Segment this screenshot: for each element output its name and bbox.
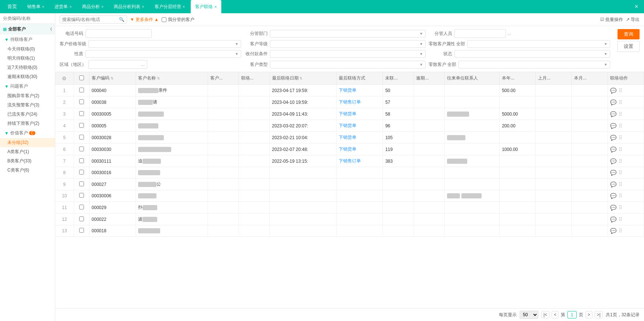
th-overdue[interactable]: 逾期... [414,72,445,85]
apps-icon[interactable]: ⠿ [619,193,622,199]
person-dotdot[interactable]: ... [506,31,513,36]
export-btn[interactable]: ↗ 导出 [626,17,640,23]
row-checkbox[interactable] [79,158,84,163]
customer-type-select[interactable]: ▼ [270,61,426,68]
apps-icon[interactable]: ⠿ [619,205,622,211]
message-icon[interactable]: 💬 [610,193,616,199]
prev-page-btn[interactable]: < [552,311,559,318]
sidebar-item-hoard-abnormal[interactable]: 囤购异常客户(2) [0,91,55,100]
row-checkbox[interactable] [79,123,84,128]
first-page-btn[interactable]: |< [541,311,549,318]
link-last-way[interactable]: 下销售订单 [339,99,361,105]
sidebar-item-overdue[interactable]: 逾期未联络(30) [0,72,55,81]
select-all-checkbox[interactable] [79,75,84,80]
collapse-icon[interactable]: 《 [48,27,52,32]
sidebar-item-class-a[interactable]: A类客户(1) [0,147,55,156]
apps-icon[interactable]: ⠿ [619,147,622,152]
group-title-problem[interactable]: ▼ 问题客户 [0,81,55,91]
status-select[interactable]: ▼ [454,50,610,58]
last-page-btn[interactable]: >| [595,311,603,318]
message-icon[interactable]: 💬 [610,135,616,141]
filter-search-icon[interactable]: 🔍 [119,17,124,22]
message-icon[interactable]: 💬 [610,181,616,187]
th-date[interactable]: 最后联络日期 [270,72,337,85]
message-icon[interactable]: 💬 [610,158,616,164]
message-icon[interactable]: 💬 [610,99,616,105]
message-icon[interactable]: 💬 [610,88,616,94]
message-icon[interactable]: 💬 [610,111,616,117]
sidebar-item-churned[interactable]: 已流失客户(24) [0,110,55,119]
row-checkbox[interactable] [79,135,84,140]
link-last-way[interactable]: 下销货单 [339,88,356,93]
message-icon[interactable]: 💬 [610,123,616,129]
all-customers-header[interactable]: ⊞ 全部客户 《 [0,24,55,35]
row-checkbox[interactable] [79,99,84,104]
message-icon[interactable]: 💬 [610,170,616,176]
current-page-num[interactable]: 1 [567,311,577,318]
sidebar-item-declining[interactable]: 持续下滑客户(2) [0,119,55,128]
nav-tab-jinhuodan[interactable]: 进货单 × [50,0,76,13]
apps-icon[interactable]: ⠿ [619,216,622,222]
sidebar-item-churn-warning[interactable]: 流失预警客户(3) [0,100,55,110]
reset-button[interactable]: 设置 [617,41,640,52]
payment-terms-select[interactable]: ▼ [270,50,426,58]
row-checkbox[interactable] [79,205,84,209]
price-level-select[interactable]: ▼ [88,40,241,48]
customer-level-select[interactable]: ▼ [270,40,426,48]
th-code[interactable]: 客户编码 [89,72,136,85]
close-tab-4-icon[interactable]: × [183,4,185,9]
sidebar-item-tomorrow[interactable]: 明天待联络(1) [0,54,55,63]
row-checkbox[interactable] [79,88,84,92]
th-year-amt[interactable]: 本年... [500,72,536,85]
link-last-way[interactable]: 下销货单 [339,147,356,152]
link-last-way[interactable]: 下销货单 [339,135,356,140]
sidebar-item-today[interactable]: 今天待联络(0) [0,45,55,54]
nav-tab-kehuliangluo[interactable]: 客户联络 × [191,0,221,13]
row-checkbox[interactable] [79,111,84,116]
nav-tab-shangpinfenxiliebiao[interactable]: 商品分析列表 × [109,0,148,13]
group-title-value[interactable]: ▼ 价值客户 C [0,128,55,138]
dept-select[interactable]: ▼ [270,30,426,38]
message-icon[interactable]: 💬 [610,147,616,152]
phone-input[interactable] [85,29,152,38]
close-all-icon[interactable]: × [632,3,641,10]
settings-icon[interactable]: ⚙ [62,75,67,81]
link-last-way[interactable]: 下销货单 [339,123,356,128]
th-this-month[interactable]: 本月... [572,72,608,85]
th-unit-contact[interactable]: 往来单位联系人 [445,72,500,85]
th-type[interactable]: 客户... [208,72,239,85]
region-select[interactable]: ... [88,60,147,69]
th-name[interactable]: 客户名称 [136,72,208,85]
nav-tab-shangpinfenxi[interactable]: 商品分析 × [78,0,108,13]
nav-tab-xiaoshodan[interactable]: 销售单 × [23,0,49,13]
message-icon[interactable]: 💬 [610,228,616,234]
row-checkbox[interactable] [79,181,84,186]
next-page-btn[interactable]: > [585,311,592,318]
link-last-way[interactable]: 下销货单 [339,111,356,116]
row-checkbox[interactable] [79,147,84,151]
row-checkbox[interactable] [79,216,84,221]
apps-icon[interactable]: ⠿ [619,123,622,129]
region-dotdot[interactable]: ... [141,62,145,67]
apps-icon[interactable]: ⠿ [619,111,622,117]
th-unlinked[interactable]: 未联... [383,72,414,85]
filter-search-input[interactable] [62,17,117,22]
link-last-way[interactable]: 下销售订单 [339,158,361,163]
close-tab-5-icon[interactable]: × [214,4,217,9]
apps-icon[interactable]: ⠿ [619,158,622,164]
per-page-select[interactable]: 50 100 200 [520,311,538,319]
sidebar-item-7days[interactable]: 近7天待联络(0) [0,63,55,72]
sidebar-search-input[interactable] [3,16,55,21]
retail-customer-select[interactable]: ▼ [458,61,610,68]
close-tab-0-icon[interactable]: × [42,4,44,9]
apps-icon[interactable]: ⠿ [619,88,622,94]
group-title-waiting[interactable]: ▼ 待联络客户 [0,35,55,45]
nav-home[interactable]: 首页 [3,0,21,13]
nature-select[interactable]: ▼ [85,50,241,58]
person-input[interactable] [454,29,506,38]
batch-ops-btn[interactable]: ☑ 批量操作 [600,17,623,23]
apps-icon[interactable]: ⠿ [619,99,622,105]
apps-icon[interactable]: ⠿ [619,170,622,176]
retail-attr-select[interactable]: ▼ [467,40,610,48]
nav-tab-kehufenceng[interactable]: 客户分层经营 × [150,0,189,13]
